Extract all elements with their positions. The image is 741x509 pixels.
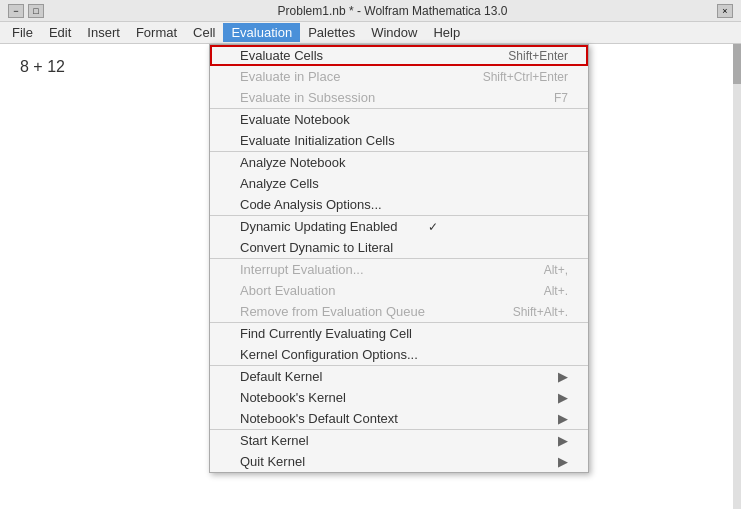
dropdown-item-0[interactable]: Evaluate CellsShift+Enter	[210, 45, 588, 66]
menu-item-label: Analyze Notebook	[240, 155, 346, 170]
menu-item-label: Interrupt Evaluation...	[240, 262, 364, 277]
dropdown-item-9[interactable]: Convert Dynamic to Literal	[210, 237, 588, 258]
dropdown-item-6[interactable]: Analyze Cells	[210, 173, 588, 194]
menu-item-label: Evaluate Notebook	[240, 112, 350, 127]
title-bar: − □ Problem1.nb * - Wolfram Mathematica …	[0, 0, 741, 22]
minimize-button[interactable]: −	[8, 4, 24, 18]
dropdown-item-17[interactable]: Notebook's Default Context▶	[210, 408, 588, 429]
dropdown-item-13[interactable]: Find Currently Evaluating Cell	[210, 322, 588, 344]
dropdown-item-11: Abort EvaluationAlt+.	[210, 280, 588, 301]
menu-item-label: Code Analysis Options...	[240, 197, 382, 212]
menu-item-label: Notebook's Default Context	[240, 411, 398, 426]
evaluation-menu: Evaluate CellsShift+EnterEvaluate in Pla…	[209, 44, 589, 473]
menu-help[interactable]: Help	[425, 23, 468, 42]
menu-format[interactable]: Format	[128, 23, 185, 42]
menu-item-label: Analyze Cells	[240, 176, 319, 191]
menu-item-label: Convert Dynamic to Literal	[240, 240, 393, 255]
submenu-arrow-icon: ▶	[558, 454, 568, 469]
scrollbar-thumb[interactable]	[733, 44, 741, 84]
shortcut-label: F7	[554, 91, 568, 105]
shortcut-label: Shift+Alt+.	[513, 305, 568, 319]
dropdown-item-3[interactable]: Evaluate Notebook	[210, 108, 588, 130]
shortcut-label: Alt+,	[544, 263, 568, 277]
shortcut-label: Shift+Ctrl+Enter	[483, 70, 568, 84]
dropdown-item-7[interactable]: Code Analysis Options...	[210, 194, 588, 215]
close-button[interactable]: ×	[717, 4, 733, 18]
menu-cell[interactable]: Cell	[185, 23, 223, 42]
menu-item-label: Default Kernel	[240, 369, 322, 384]
menu-item-label: Evaluate Cells	[240, 48, 323, 63]
menu-item-label: Find Currently Evaluating Cell	[240, 326, 412, 341]
dropdown-item-1: Evaluate in PlaceShift+Ctrl+Enter	[210, 66, 588, 87]
dropdown-item-4[interactable]: Evaluate Initialization Cells	[210, 130, 588, 151]
dropdown-item-2: Evaluate in SubsessionF7	[210, 87, 588, 108]
dropdown-item-19[interactable]: Quit Kernel▶	[210, 451, 588, 472]
menu-item-label: Quit Kernel	[240, 454, 305, 469]
menu-insert[interactable]: Insert	[79, 23, 128, 42]
dropdown-item-15[interactable]: Default Kernel▶	[210, 365, 588, 387]
menu-item-label: Evaluate in Place	[240, 69, 340, 84]
menu-item-label: Abort Evaluation	[240, 283, 335, 298]
menu-item-label: Start Kernel	[240, 433, 309, 448]
dropdown-item-12: Remove from Evaluation QueueShift+Alt+.	[210, 301, 588, 322]
menu-bar: File Edit Insert Format Cell Evaluation …	[0, 22, 741, 44]
dropdown-item-16[interactable]: Notebook's Kernel▶	[210, 387, 588, 408]
menu-edit[interactable]: Edit	[41, 23, 79, 42]
menu-file[interactable]: File	[4, 23, 41, 42]
dropdown-item-10: Interrupt Evaluation...Alt+,	[210, 258, 588, 280]
menu-item-label: Remove from Evaluation Queue	[240, 304, 425, 319]
restore-button[interactable]: □	[28, 4, 44, 18]
shortcut-label: Alt+.	[544, 284, 568, 298]
submenu-arrow-icon: ▶	[558, 369, 568, 384]
menu-item-label: Evaluate in Subsession	[240, 90, 375, 105]
checkmark-icon: ✓	[428, 220, 438, 234]
window-title: Problem1.nb * - Wolfram Mathematica 13.0	[68, 4, 717, 18]
dropdown-item-5[interactable]: Analyze Notebook	[210, 151, 588, 173]
scrollbar[interactable]	[733, 44, 741, 509]
dropdown-item-8[interactable]: ✓Dynamic Updating Enabled	[210, 215, 588, 237]
submenu-arrow-icon: ▶	[558, 390, 568, 405]
shortcut-label: Shift+Enter	[508, 49, 568, 63]
dropdown-item-14[interactable]: Kernel Configuration Options...	[210, 344, 588, 365]
menu-palettes[interactable]: Palettes	[300, 23, 363, 42]
main-area: 8 + 12 Evaluate CellsShift+EnterEvaluate…	[0, 44, 741, 509]
menu-item-label: Notebook's Kernel	[240, 390, 346, 405]
menu-item-label: Kernel Configuration Options...	[240, 347, 418, 362]
menu-evaluation[interactable]: Evaluation	[223, 23, 300, 42]
submenu-arrow-icon: ▶	[558, 411, 568, 426]
menu-item-label: Dynamic Updating Enabled	[240, 219, 398, 234]
menu-item-label: Evaluate Initialization Cells	[240, 133, 395, 148]
menu-window[interactable]: Window	[363, 23, 425, 42]
dropdown-item-18[interactable]: Start Kernel▶	[210, 429, 588, 451]
submenu-arrow-icon: ▶	[558, 433, 568, 448]
